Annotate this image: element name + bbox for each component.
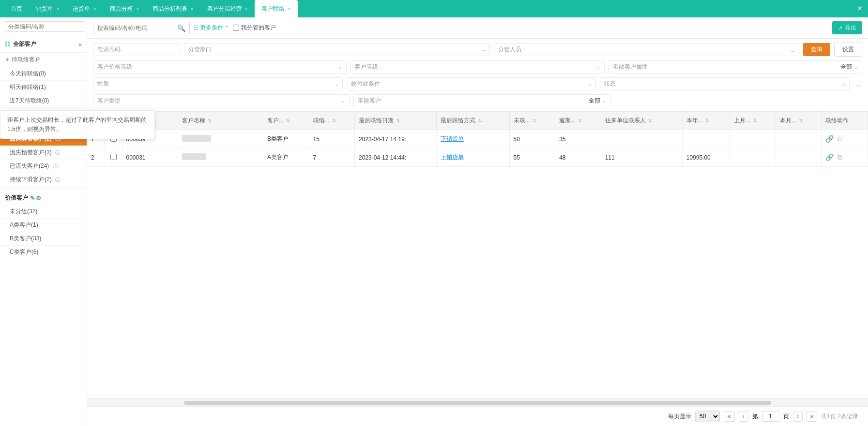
- sidebar-item-lost[interactable]: 已流失客户(24) ⓘ: [0, 160, 87, 173]
- sidebar-item-tomorrow[interactable]: 明天待联络(1): [0, 81, 87, 94]
- horizontal-scrollbar[interactable]: [87, 398, 868, 406]
- lost-help-icon[interactable]: ⓘ: [53, 163, 58, 169]
- close-all-tabs[interactable]: ×: [857, 4, 862, 13]
- retail-customer-filter[interactable]: 零散客户 全部 ⌄: [353, 94, 610, 107]
- collapse-sidebar-icon[interactable]: «: [78, 41, 82, 48]
- sort-name-icon[interactable]: ⇅: [208, 118, 212, 123]
- sidebar-item-loss-warning[interactable]: 流失预警客户(3) ⓘ: [0, 146, 87, 160]
- payment-filter[interactable]: 收付款条件 ⌄: [347, 77, 596, 90]
- tab-sales[interactable]: 销货单 ×: [29, 0, 66, 17]
- price-level-filter[interactable]: 客户价格等级 ⌄: [93, 60, 347, 73]
- gender-filter[interactable]: 性质 ⌄: [93, 77, 343, 90]
- row1-this-year: [682, 130, 730, 148]
- filter-row-4: 客户类型 ⌄ 零散客户 全部 ⌄: [93, 94, 862, 107]
- sidebar-item-b-class[interactable]: B类客户(33): [0, 232, 87, 246]
- sidebar-item-unclassified[interactable]: 未分组(32): [0, 205, 87, 219]
- sort-this-year-icon[interactable]: ⇅: [705, 118, 709, 123]
- first-page-btn[interactable]: «: [724, 411, 735, 422]
- more-filter-btn[interactable]: ☷ 更多条件 ⌃: [194, 24, 229, 32]
- tab-home[interactable]: 首页: [4, 0, 29, 17]
- close-purchase-tab[interactable]: ×: [93, 6, 96, 12]
- close-sales-tab[interactable]: ×: [56, 6, 59, 12]
- th-name: 客户名称 ⇅: [178, 112, 263, 130]
- tab-analysis[interactable]: 商品分析 ×: [103, 0, 146, 17]
- phone-filter[interactable]: 电话号码: [93, 43, 180, 56]
- status-filter[interactable]: 状态 ⌄: [600, 77, 850, 90]
- tab-analysis-list[interactable]: 商品分析列表 ×: [146, 0, 200, 17]
- sort-type-icon[interactable]: ⇅: [286, 118, 290, 123]
- content-area: 🔍 ☷ 更多条件 ⌃ 我分管的客户 ↗ 导出 电话号码: [87, 17, 868, 426]
- my-customer-checkbox[interactable]: [233, 25, 239, 31]
- declining-help-icon[interactable]: ⓘ: [55, 177, 60, 182]
- row2-link-icon[interactable]: 🔗: [825, 153, 834, 162]
- person-dots[interactable]: ...: [790, 46, 795, 53]
- row2-grid-icon[interactable]: ⧉: [838, 153, 842, 162]
- row1-grid-icon[interactable]: ⧉: [838, 135, 842, 143]
- row1-last-month: [730, 130, 776, 148]
- row1-link-icon[interactable]: 🔗: [825, 135, 834, 143]
- person-filter[interactable]: 分管人员 ...: [494, 43, 800, 56]
- table-wrapper[interactable]: ⚙ 客户编码 ⇅ 客户名称 ⇅: [87, 112, 868, 398]
- close-customer-segment-tab[interactable]: ×: [245, 6, 248, 12]
- value-group: 价值客户 ✎ ⚙: [0, 191, 87, 205]
- sidebar-item-7days[interactable]: 近7天待联络(0): [0, 94, 87, 108]
- top-nav: 首页 销货单 × 进货单 × 商品分析 × 商品分析列表 × 客户分层经营 × …: [0, 0, 868, 17]
- edit-value-group-icon[interactable]: ✎: [30, 195, 35, 202]
- row2-name: [178, 148, 263, 167]
- tab-customer-segment[interactable]: 客户分层经营 ×: [200, 0, 255, 17]
- scrollbar-thumb[interactable]: [184, 401, 771, 405]
- per-page-select[interactable]: 50 100 200: [695, 411, 720, 422]
- all-customers-title: ☷ 全部客户 «: [0, 36, 87, 53]
- sort-last-way-icon[interactable]: ⇅: [478, 118, 482, 123]
- page-input[interactable]: [762, 411, 779, 422]
- row2-last-month: [730, 148, 776, 167]
- close-customer-contact-tab[interactable]: ×: [288, 6, 290, 12]
- prev-page-btn[interactable]: ‹: [739, 411, 748, 422]
- value-group-settings-icon[interactable]: ⚙: [36, 195, 41, 202]
- pending-group[interactable]: ▼ 待联络客户: [0, 53, 87, 67]
- close-analysis-list-tab[interactable]: ×: [190, 6, 193, 12]
- sidebar-item-today[interactable]: 今天待联络(0): [0, 67, 87, 81]
- sort-last-month-icon[interactable]: ⇅: [753, 118, 757, 123]
- sidebar: 🔍 ☷ 全部客户 « ▼ 待联络客户 今天待联络(0) 明天待联络(1) 近7天…: [0, 17, 87, 426]
- row2-select-checkbox[interactable]: [110, 154, 117, 160]
- sidebar-item-declining[interactable]: 持续下滑客户(2) ⓘ: [0, 173, 87, 187]
- settings-button[interactable]: 设置: [834, 43, 862, 57]
- sort-unit-contact-icon[interactable]: ⇅: [648, 118, 652, 123]
- th-action: 联络动作: [822, 112, 868, 130]
- row2-no: 2: [87, 148, 105, 167]
- sidebar-divider: [0, 189, 87, 189]
- my-customer-filter[interactable]: 我分管的客户: [233, 24, 276, 32]
- close-analysis-tab[interactable]: ×: [136, 6, 139, 12]
- search-icon[interactable]: 🔍: [177, 24, 185, 32]
- next-page-btn[interactable]: ›: [793, 411, 803, 422]
- sort-last-date-icon[interactable]: ⇅: [396, 118, 400, 123]
- sort-overdue-icon[interactable]: ⇅: [578, 118, 582, 123]
- row2-checkbox[interactable]: [105, 148, 122, 167]
- tab-purchase[interactable]: 进货单 ×: [66, 0, 103, 17]
- sidebar-item-a-class[interactable]: A类客户(1): [0, 219, 87, 232]
- query-button[interactable]: 查询: [803, 43, 830, 56]
- sort-contact-icon[interactable]: ⇅: [332, 118, 336, 123]
- customer-level-filter[interactable]: 客户等级 ⌄: [350, 60, 604, 73]
- loss-warning-help-icon[interactable]: ⓘ: [55, 150, 60, 155]
- export-button[interactable]: ↗ 导出: [832, 21, 862, 34]
- sort-this-month-icon[interactable]: ⇅: [799, 118, 803, 123]
- customer-table: ⚙ 客户编码 ⇅ 客户名称 ⇅: [87, 112, 868, 167]
- sidebar-item-c-class[interactable]: C类客户(6): [0, 246, 87, 259]
- row2-last-way[interactable]: 下销货单: [437, 148, 509, 167]
- status-arrow-icon: ⌄: [841, 81, 845, 87]
- retail-attr-filter[interactable]: 零散客户属性 全部 ⌄: [609, 60, 862, 73]
- sort-unread-icon[interactable]: ⇅: [533, 118, 536, 123]
- tab-customer-contact[interactable]: 客户联络 ×: [255, 0, 297, 17]
- search-input[interactable]: [97, 25, 177, 31]
- sidebar-search-input[interactable]: [5, 21, 84, 32]
- filter-row-1: 电话号码 分管部门 ⌄ 分管人员 ... 查询 设置: [93, 43, 862, 57]
- row1-last-way[interactable]: 下销货单: [437, 130, 509, 148]
- filter-chevron-icon: ⌃: [224, 25, 229, 31]
- row1-contact: 15: [309, 130, 355, 148]
- customer-type-filter[interactable]: 客户类型 ⌄: [93, 94, 350, 107]
- filter-row3-dots[interactable]: ...: [853, 81, 862, 88]
- dept-filter[interactable]: 分管部门 ⌄: [184, 43, 490, 56]
- last-page-btn[interactable]: »: [807, 411, 818, 422]
